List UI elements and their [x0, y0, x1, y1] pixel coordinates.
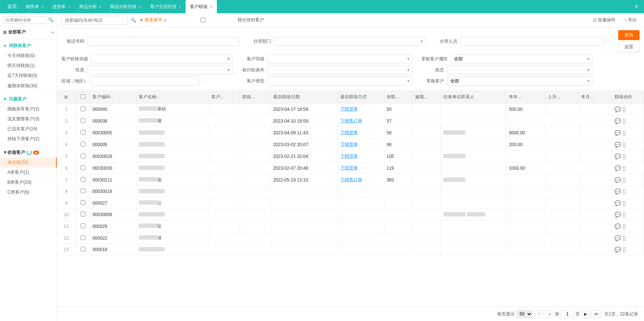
row-check[interactable]	[75, 244, 90, 255]
prev-page-button[interactable]: ◀	[545, 310, 553, 318]
sidebar-item-class-b[interactable]: B类客户(33)	[0, 177, 57, 187]
last-month-col-header[interactable]: 上月...	[545, 91, 579, 103]
row-check[interactable]	[75, 162, 90, 174]
row-check[interactable]	[75, 174, 90, 186]
this-year-col-header[interactable]: 本年...	[507, 91, 545, 103]
row-check[interactable]	[75, 151, 90, 162]
payment-select[interactable]	[267, 66, 413, 74]
overdue-col-header[interactable]: 逾期...	[413, 91, 441, 103]
more-action-icon[interactable]: ⣿	[622, 235, 626, 241]
filter-search-button[interactable]: 🔍	[131, 18, 136, 23]
area-dots[interactable]: ···	[199, 78, 207, 84]
select-all-checkbox[interactable]	[81, 94, 85, 99]
more-conditions-button[interactable]: ▼ 更多条件 ∧	[139, 17, 167, 23]
row-checkbox[interactable]	[81, 130, 85, 135]
contact-col-header[interactable]: 联络...	[240, 91, 271, 103]
check-col-header[interactable]	[75, 91, 90, 103]
sidebar-item-7days[interactable]: 近7天待联络(0)	[0, 71, 57, 81]
sidebar-item-ungrouped[interactable]: 未分组(32)	[0, 158, 57, 167]
zero-customer-select[interactable]: 全部	[447, 77, 592, 85]
sidebar-item-overdue[interactable]: 逾期未联络(30)	[0, 81, 57, 91]
row-check[interactable]	[75, 221, 90, 232]
more-action-icon[interactable]: ⣿	[622, 177, 626, 183]
phone-action-icon[interactable]: 💬	[615, 223, 621, 229]
last-method-link[interactable]: 下销货单	[340, 106, 358, 112]
price-level-select[interactable]	[91, 54, 233, 63]
row-checkbox[interactable]	[81, 118, 85, 123]
phone-action-icon[interactable]: 💬	[615, 142, 621, 148]
last-method-link[interactable]: 下销货单	[340, 142, 358, 147]
page-size-select[interactable]: 50	[516, 310, 532, 318]
row-checkbox[interactable]	[81, 235, 85, 240]
row-check[interactable]	[75, 115, 90, 127]
name-col-header[interactable]: 客户名称↕	[137, 91, 209, 103]
phone-action-icon[interactable]: 💬	[615, 188, 621, 194]
next-page-button[interactable]: ▶	[581, 310, 590, 318]
phone-action-icon[interactable]: 💬	[615, 200, 621, 206]
row-checkbox[interactable]	[81, 106, 85, 111]
my-customers-checkbox-label[interactable]: 我分管的客户	[170, 17, 264, 23]
close-customer-contact-tab[interactable]: ×	[210, 4, 212, 9]
phone-action-icon[interactable]: 💬	[615, 106, 621, 112]
phone-action-icon[interactable]: 💬	[615, 212, 621, 218]
dept-select[interactable]	[274, 37, 426, 46]
more-action-icon[interactable]: ⣿	[622, 130, 626, 136]
phone-action-icon[interactable]: 💬	[615, 165, 621, 171]
sidebar-item-class-c[interactable]: C类客户(6)	[0, 187, 57, 197]
row-checkbox[interactable]	[81, 223, 85, 228]
close-product-analysis-tab[interactable]: ×	[99, 4, 101, 9]
settings-col-header[interactable]: ⚙	[57, 91, 75, 103]
page-number-input[interactable]	[561, 310, 574, 318]
more-action-icon[interactable]: ⣿	[622, 247, 626, 253]
row-check[interactable]	[75, 186, 90, 197]
last-method-link[interactable]: 下销售订单	[340, 118, 362, 123]
more-action-icon[interactable]: ⣿	[622, 142, 626, 148]
phone-action-icon[interactable]: 💬	[615, 154, 621, 159]
more-action-icon[interactable]: ⣿	[622, 212, 626, 218]
nav-tab-customer-contact[interactable]: 客户联络 ×	[186, 0, 217, 13]
last-method-col-header[interactable]: 最后联络方式	[338, 91, 384, 103]
code-col-header[interactable]: 客户编码↕	[90, 91, 137, 103]
close-purchase-tab[interactable]: ×	[68, 4, 70, 9]
sidebar-item-hoarding[interactable]: 囤购异常客户(2)	[0, 104, 57, 114]
batch-ops-button[interactable]: ☑ 批量操作	[590, 15, 619, 25]
sidebar-group-problem[interactable]: ▼ 问题客户	[0, 94, 57, 104]
cust-type-col-header[interactable]: 客户...	[209, 91, 240, 103]
last-method-link[interactable]: 下销货单	[340, 165, 358, 170]
last-page-button[interactable]: ≫	[591, 310, 601, 318]
no-contact-col-header[interactable]: 未联...	[384, 91, 412, 103]
my-customers-checkbox[interactable]	[170, 18, 236, 22]
sidebar-group-value[interactable]: ▼ 价值客户 ●	[0, 148, 57, 158]
query-button[interactable]: 查询	[618, 30, 640, 40]
sidebar-group-pending[interactable]: ▼ 待联络客户	[0, 41, 57, 51]
manager-input[interactable]	[460, 37, 604, 46]
row-checkbox[interactable]	[81, 200, 85, 205]
nav-tab-sales[interactable]: 销售单 ×	[21, 0, 48, 13]
row-checkbox[interactable]	[81, 247, 85, 251]
nav-tab-customer-segment[interactable]: 客户分层经营 ×	[146, 0, 186, 13]
sidebar-search-input[interactable]	[3, 16, 47, 24]
nature-select[interactable]	[87, 66, 233, 74]
close-customer-segment-tab[interactable]: ×	[179, 4, 181, 9]
phone-action-icon[interactable]: 💬	[615, 118, 621, 124]
more-action-icon[interactable]: ⣿	[622, 165, 626, 171]
phone-action-icon[interactable]: 💬	[615, 177, 621, 183]
row-checkbox[interactable]	[81, 177, 85, 182]
last-method-link[interactable]: 下销货单	[340, 154, 358, 159]
sidebar-item-declining[interactable]: 持续下滑客户(2)	[0, 134, 57, 144]
last-method-link[interactable]: 下销货单	[340, 130, 358, 135]
row-check[interactable]	[75, 103, 90, 115]
row-check[interactable]	[75, 127, 90, 139]
sidebar-item-churned[interactable]: 已流失客户(24)	[0, 124, 57, 134]
first-page-button[interactable]: K	[535, 310, 543, 318]
refresh-icon[interactable]	[27, 150, 32, 155]
more-action-icon[interactable]: ⣿	[622, 223, 626, 229]
area-input[interactable]	[91, 77, 199, 85]
manager-dots[interactable]: ···	[604, 39, 612, 44]
row-checkbox[interactable]	[81, 212, 85, 216]
sidebar-all-customers[interactable]: ⊞ 全部客户 «	[0, 27, 57, 38]
reset-button[interactable]: 设置	[618, 42, 640, 52]
this-month-col-header[interactable]: 本月...	[579, 91, 612, 103]
zero-attr-select[interactable]: 全部	[451, 54, 592, 63]
search-input[interactable]	[61, 16, 128, 25]
